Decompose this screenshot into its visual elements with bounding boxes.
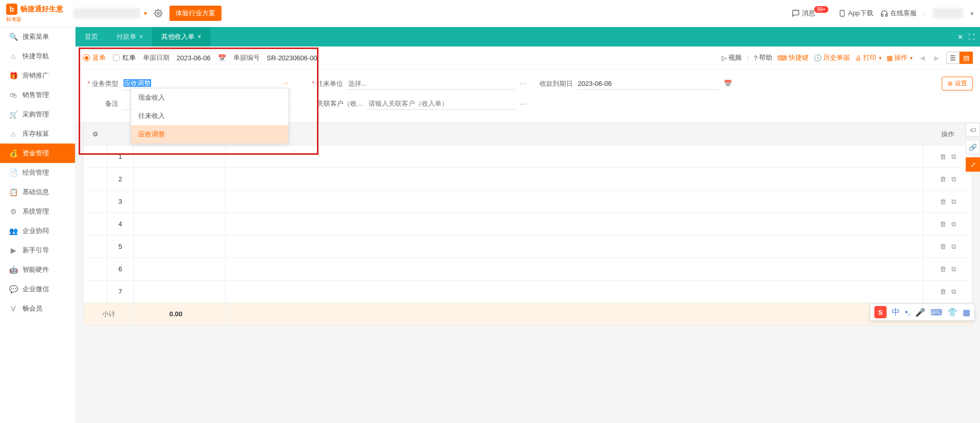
delete-icon[interactable]: 🗑 xyxy=(940,265,946,273)
sidebar-item-operation[interactable]: 📄经营管理 xyxy=(0,163,75,182)
table-row[interactable]: 6🗑⧉ xyxy=(84,258,972,280)
tabs-expand-icon[interactable]: ⛶ xyxy=(968,33,975,41)
sidebar-item-sales[interactable]: 🛍销售管理 xyxy=(0,85,75,105)
radio-red[interactable]: 红单 xyxy=(113,53,136,62)
sidebar-item-hardware[interactable]: 🤖智能硬件 xyxy=(0,260,75,279)
copy-icon[interactable]: ⧉ xyxy=(951,153,956,160)
settings-icon[interactable] xyxy=(154,9,162,17)
sidebar-item-inventory[interactable]: ⌂库存核算 xyxy=(0,124,75,144)
more-icon[interactable]: ⋯ xyxy=(520,80,526,87)
sidebar-item-wecom[interactable]: 💬企业微信 xyxy=(0,279,75,299)
row-seq: 7 xyxy=(107,280,134,303)
calendar-icon[interactable]: 📅 xyxy=(218,54,226,62)
nav-next-icon[interactable]: ▶ xyxy=(932,54,941,62)
ime-toolbar: S 中 •, 🎤 ⌨ 👕 ▦ xyxy=(870,303,975,321)
table-row[interactable]: 1🗑⧉ xyxy=(84,146,972,168)
nav-prev-icon[interactable]: ◀ xyxy=(918,54,927,62)
related-input[interactable] xyxy=(368,98,516,110)
help-link[interactable]: ?帮助 xyxy=(754,53,772,62)
messages-link[interactable]: 消息 99+ xyxy=(792,9,832,18)
float-buttons: 🏷 🔗 ⤢ xyxy=(966,123,980,172)
table-row[interactable]: 3🗑⧉ xyxy=(84,191,972,213)
phone-icon xyxy=(839,10,846,17)
settings-button[interactable]: ⚙设置 xyxy=(942,77,973,90)
delete-icon[interactable]: 🗑 xyxy=(940,220,946,228)
copy-icon[interactable]: ⧉ xyxy=(951,175,956,183)
radio-blue[interactable]: 蓝单 xyxy=(83,53,106,62)
close-icon[interactable]: × xyxy=(198,33,201,40)
row-seq: 4 xyxy=(107,213,134,236)
delete-icon[interactable]: 🗑 xyxy=(940,288,946,295)
partner-label: 往来单位 xyxy=(307,79,343,88)
shortcut-link[interactable]: ⌨快捷键 xyxy=(777,53,808,62)
view-list-button[interactable]: ☰ xyxy=(946,52,960,64)
dropdown-item-receivable-adjust[interactable]: 应收调整 xyxy=(131,125,288,144)
messages-label: 消息 xyxy=(802,9,815,18)
user-dropdown-icon[interactable]: ▾ xyxy=(970,10,974,17)
row-seq: 2 xyxy=(107,168,134,191)
cart-icon: 🛒 xyxy=(9,110,17,119)
ime-keyboard-icon[interactable]: ⌨ xyxy=(930,308,942,317)
ime-mic-icon[interactable]: 🎤 xyxy=(915,308,925,317)
receive-date-input[interactable] xyxy=(577,78,720,90)
float-tag-button[interactable]: 🏷 xyxy=(966,123,980,137)
table-row[interactable]: 5🗑⧉ xyxy=(84,236,972,258)
copy-icon[interactable]: ⧉ xyxy=(951,220,956,228)
th-gear[interactable]: ⚙ xyxy=(84,123,107,146)
grid-icon: ▦ xyxy=(887,54,893,62)
copy-icon[interactable]: ⧉ xyxy=(951,265,956,273)
video-link[interactable]: ▷视频 xyxy=(722,53,742,62)
chevron-up-icon[interactable]: ︿ xyxy=(283,79,289,86)
sidebar-item-purchase[interactable]: 🛒采购管理 xyxy=(0,105,75,124)
sidebar-item-vip[interactable]: V畅会员 xyxy=(0,299,75,318)
tab-home[interactable]: 首页 xyxy=(76,27,107,46)
user-avatar-blurred[interactable] xyxy=(933,8,963,18)
ime-lang[interactable]: 中 xyxy=(892,307,900,318)
ime-skin-icon[interactable]: 👕 xyxy=(947,308,958,317)
sidebar-item-funds[interactable]: 💰资金管理 xyxy=(0,144,75,163)
table-row[interactable]: 7🗑⧉ xyxy=(84,280,972,303)
delete-icon[interactable]: 🗑 xyxy=(940,243,946,250)
delete-icon[interactable]: 🗑 xyxy=(940,175,946,183)
ime-tools-icon[interactable]: ▦ xyxy=(963,308,970,317)
doc-type-radio-group: 蓝单 红单 xyxy=(83,53,136,62)
sidebar-item-marketing[interactable]: 🎁营销推广 xyxy=(0,66,75,85)
team-icon: 👥 xyxy=(9,227,17,235)
tab-payment[interactable]: 付款单× xyxy=(107,27,152,46)
ime-logo-icon[interactable]: S xyxy=(874,306,887,318)
close-icon[interactable]: × xyxy=(139,33,143,40)
delete-icon[interactable]: 🗑 xyxy=(940,198,946,205)
table-row[interactable]: 2🗑⧉ xyxy=(84,168,972,191)
row-seq: 6 xyxy=(107,258,134,280)
print-link[interactable]: 🖨打印▾ xyxy=(855,53,881,62)
app-download-label: App下载 xyxy=(848,9,873,18)
sidebar-item-quicknav[interactable]: ⌂快捷导航 xyxy=(0,46,75,66)
partner-input[interactable] xyxy=(347,78,516,90)
view-detail-button[interactable]: ▤ xyxy=(960,52,973,64)
copy-icon[interactable]: ⧉ xyxy=(951,198,956,205)
sidebar-item-guide[interactable]: ▶新手引导 xyxy=(0,241,75,260)
float-expand-button[interactable]: ⤢ xyxy=(966,157,980,172)
sidebar-item-search[interactable]: 🔍搜索菜单 xyxy=(0,27,75,46)
float-attach-button[interactable]: 🔗 xyxy=(966,140,980,154)
online-service-link[interactable]: 在线客服 xyxy=(880,9,917,18)
operate-link[interactable]: ▦操作▾ xyxy=(887,53,913,62)
sidebar-item-collab[interactable]: 👥企业协同 xyxy=(0,221,75,241)
tabs-close-all-icon[interactable]: ✕ xyxy=(958,33,963,41)
dropdown-item-receivable-income[interactable]: 往来收入 xyxy=(131,107,288,125)
calendar-icon[interactable]: 📅 xyxy=(724,80,732,87)
app-download-link[interactable]: App下载 xyxy=(839,9,873,18)
sidebar-item-basicinfo[interactable]: 📋基础信息 xyxy=(0,182,75,202)
company-dropdown-icon[interactable]: ▾ xyxy=(144,10,147,17)
copy-icon[interactable]: ⧉ xyxy=(951,288,956,295)
more-icon[interactable]: ⋯ xyxy=(520,100,526,108)
ime-punct-icon[interactable]: •, xyxy=(905,308,910,317)
sidebar-item-system[interactable]: ⚙系统管理 xyxy=(0,202,75,221)
history-link[interactable]: 🕓历史单据 xyxy=(814,53,850,62)
tab-other-income[interactable]: 其他收入单× xyxy=(152,27,210,46)
trial-industry-button[interactable]: 体验行业方案 xyxy=(169,6,222,21)
dropdown-item-cash[interactable]: 现金收入 xyxy=(131,88,288,107)
copy-icon[interactable]: ⧉ xyxy=(951,243,956,250)
table-row[interactable]: 4🗑⧉ xyxy=(84,213,972,236)
delete-icon[interactable]: 🗑 xyxy=(940,153,946,160)
